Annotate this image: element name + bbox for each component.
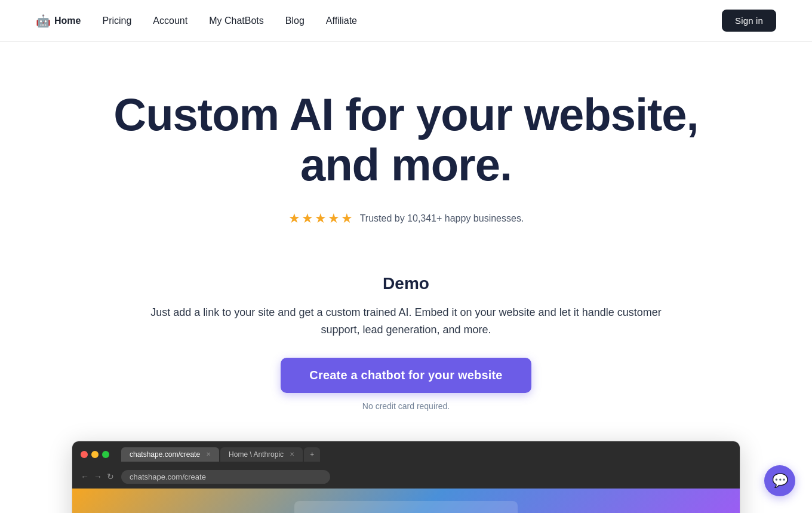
tab-2-close[interactable]: ✕	[290, 451, 294, 457]
chat-widget-icon: 💬	[772, 473, 788, 489]
star-1: ★	[288, 211, 300, 226]
tab-1-label: chatshape.com/create	[130, 450, 200, 459]
tab-1-close[interactable]: ✕	[206, 451, 211, 457]
cta-button[interactable]: Create a chatbot for your website	[281, 358, 531, 393]
star-rating: ★ ★ ★ ★ ★	[288, 211, 353, 226]
browser-tab-add[interactable]: +	[304, 447, 320, 462]
reload-btn[interactable]: ↻	[107, 472, 114, 481]
tab-2-label: Home \ Anthropic	[229, 450, 284, 459]
nav-link-pricing[interactable]: Pricing	[102, 16, 131, 26]
browser-content: Create chatbot	[72, 489, 740, 513]
nav-left: 🤖 Home Pricing Account My ChatBots Blog …	[36, 14, 357, 28]
no-credit-text: No credit card required.	[362, 401, 450, 411]
trust-text: Trusted by 10,341+ happy businesses.	[360, 213, 524, 224]
navbar: 🤖 Home Pricing Account My ChatBots Blog …	[0, 0, 812, 42]
nav-link-affiliate[interactable]: Affiliate	[326, 16, 357, 26]
demo-section: Demo Just add a link to your site and ge…	[0, 250, 812, 429]
hero-section: Custom AI for your website, and more. ★ …	[0, 42, 812, 250]
browser-dots	[81, 451, 109, 458]
browser-tab-1[interactable]: chatshape.com/create ✕	[121, 447, 219, 462]
browser-address-bar: ← → ↻ chatshape.com/create	[72, 468, 740, 489]
demo-description: Just add a link to your site and get a c…	[137, 304, 675, 339]
browser-tabs: chatshape.com/create ✕ Home \ Anthropic …	[121, 447, 731, 462]
nav-link-account[interactable]: Account	[153, 16, 187, 26]
logo-icon: 🤖	[36, 14, 51, 28]
forward-btn[interactable]: →	[94, 472, 102, 481]
chat-widget[interactable]: 💬	[764, 465, 795, 496]
sign-in-button[interactable]: Sign in	[722, 10, 776, 32]
hero-title: Custom AI for your website, and more.	[78, 90, 734, 189]
nav-link-blog[interactable]: Blog	[285, 16, 304, 26]
address-controls: ← → ↻	[81, 472, 114, 481]
dot-red[interactable]	[81, 451, 88, 458]
logo-text: Home	[54, 16, 81, 26]
browser-tab-2[interactable]: Home \ Anthropic ✕	[220, 447, 303, 462]
dot-yellow[interactable]	[91, 451, 99, 458]
nav-logo[interactable]: 🤖 Home	[36, 14, 81, 28]
star-4: ★	[328, 211, 340, 226]
star-5: ★	[341, 211, 353, 226]
star-2: ★	[302, 211, 313, 226]
dot-green[interactable]	[102, 451, 109, 458]
browser-content-inner: Create chatbot	[294, 501, 518, 513]
browser-bar: chatshape.com/create ✕ Home \ Anthropic …	[72, 441, 740, 468]
address-input[interactable]: chatshape.com/create	[121, 470, 330, 484]
nav-link-my-chatbots[interactable]: My ChatBots	[209, 16, 264, 26]
star-3: ★	[315, 211, 327, 226]
back-btn[interactable]: ←	[81, 472, 89, 481]
browser-window: chatshape.com/create ✕ Home \ Anthropic …	[72, 441, 740, 513]
screenshot-container: chatshape.com/create ✕ Home \ Anthropic …	[0, 429, 812, 513]
trust-rating: ★ ★ ★ ★ ★ Trusted by 10,341+ happy busin…	[288, 211, 524, 226]
demo-title: Demo	[383, 274, 429, 293]
